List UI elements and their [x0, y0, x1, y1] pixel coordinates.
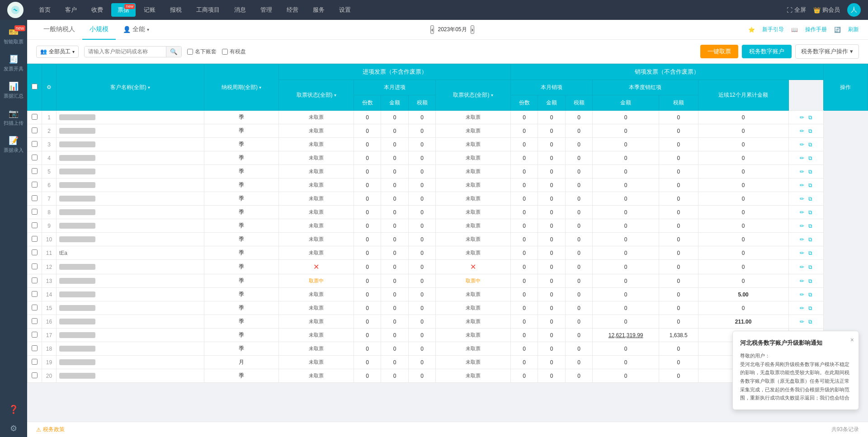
edit-icon[interactable]: ✏ — [800, 319, 804, 325]
copy-icon[interactable]: ⧉ — [808, 264, 812, 270]
popup-close-button[interactable]: × — [850, 335, 854, 345]
sidebar-item-smart-ticket[interactable]: 🎫 new 智能取票 — [0, 23, 27, 49]
next-month-button[interactable]: › — [471, 25, 474, 34]
sidebar-item-help[interactable]: ❓ — [0, 401, 27, 418]
row-checkbox[interactable] — [32, 305, 38, 310]
vip-button[interactable]: 👑 购会员 — [813, 6, 840, 14]
copy-icon[interactable]: ⧉ — [808, 114, 812, 121]
digital-account-ops-button[interactable]: 税务数字账户操作 ▾ — [795, 44, 859, 59]
row-checkbox[interactable] — [32, 155, 38, 160]
copy-icon[interactable]: ⧉ — [808, 182, 812, 188]
subaccount-checkbox[interactable] — [187, 49, 193, 55]
copy-icon[interactable]: ⧉ — [808, 223, 812, 229]
refresh-label[interactable]: 刷新 — [848, 26, 859, 33]
row-checkbox[interactable] — [32, 114, 38, 120]
taxdisk-checkbox[interactable] — [222, 49, 228, 55]
edit-icon[interactable]: ✏ — [800, 264, 804, 270]
edit-icon[interactable]: ✏ — [800, 182, 804, 188]
filter-subaccount[interactable]: 名下账套 — [187, 48, 217, 56]
in-status-filter-icon[interactable]: ▾ — [334, 93, 336, 98]
edit-icon[interactable]: ✏ — [800, 236, 804, 243]
period-filter-icon[interactable]: ▾ — [259, 85, 261, 90]
out-status-cell: 未取票 — [436, 138, 511, 151]
row-checkbox[interactable] — [32, 332, 38, 338]
row-checkbox[interactable] — [32, 141, 38, 147]
sidebar-item-summary[interactable]: 📊 票据汇总 — [0, 78, 27, 103]
search-input[interactable] — [85, 47, 166, 56]
filter-tax-disk[interactable]: 有税盘 — [222, 48, 246, 56]
copy-icon[interactable]: ⧉ — [808, 319, 812, 325]
edit-icon[interactable]: ✏ — [800, 128, 804, 134]
copy-icon[interactable]: ⧉ — [808, 250, 812, 256]
edit-icon[interactable]: ✏ — [800, 305, 804, 311]
nav-item-clients[interactable]: 客户 — [59, 3, 83, 17]
tab-all[interactable]: 👤 全能 ▾ — [116, 20, 156, 40]
copy-icon[interactable]: ⧉ — [808, 155, 812, 161]
out-status-filter-icon[interactable]: ▾ — [491, 93, 493, 98]
copy-icon[interactable]: ⧉ — [808, 305, 812, 311]
nav-item-business[interactable]: 工商项目 — [190, 3, 226, 17]
row-checkbox[interactable] — [32, 372, 38, 378]
edit-icon[interactable]: ✏ — [800, 155, 804, 161]
row-checkbox[interactable] — [32, 127, 38, 133]
row-checkbox[interactable] — [32, 195, 38, 201]
row-checkbox[interactable] — [32, 249, 38, 255]
sidebar-item-invoice-open[interactable]: 🧾 发票开具 — [0, 51, 27, 76]
nav-item-messages[interactable]: 消息 — [228, 3, 252, 17]
edit-icon[interactable]: ✏ — [800, 196, 804, 202]
row-checkbox[interactable] — [32, 209, 38, 215]
one-click-fetch-button[interactable]: 一键取票 — [700, 45, 738, 58]
row-checkbox[interactable] — [32, 318, 38, 324]
nav-item-tickets[interactable]: 票据 new — [111, 3, 136, 17]
copy-icon[interactable]: ⧉ — [808, 291, 812, 298]
copy-icon[interactable]: ⧉ — [808, 209, 812, 216]
sidebar-item-scan[interactable]: 📷 扫描上传 — [0, 105, 27, 130]
nav-item-tax[interactable]: 报税 — [164, 3, 188, 17]
row-checkbox[interactable] — [32, 291, 38, 297]
nav-item-accounting[interactable]: 记账 — [137, 3, 162, 17]
policy-link[interactable]: ⚠ 税务政策 — [36, 426, 65, 433]
nav-item-home[interactable]: 首页 — [33, 3, 57, 17]
row-checkbox[interactable] — [32, 236, 38, 242]
nav-item-service[interactable]: 服务 — [307, 3, 331, 17]
copy-icon[interactable]: ⧉ — [808, 169, 812, 175]
copy-icon[interactable]: ⧉ — [808, 196, 812, 202]
nav-item-billing[interactable]: 收费 — [85, 3, 109, 17]
sidebar-item-entry[interactable]: 📝 票据录入 — [0, 132, 27, 157]
edit-icon[interactable]: ✏ — [800, 169, 804, 175]
digital-account-button[interactable]: 税务数字账户 — [742, 45, 792, 58]
user-avatar[interactable]: 人 — [847, 3, 861, 17]
manual-label[interactable]: 操作手册 — [805, 26, 827, 33]
nav-item-manage[interactable]: 管理 — [254, 3, 278, 17]
row-checkbox[interactable] — [32, 222, 38, 228]
copy-icon[interactable]: ⧉ — [808, 236, 812, 243]
edit-icon[interactable]: ✏ — [800, 278, 804, 284]
row-checkbox[interactable] — [32, 359, 38, 365]
new-guide-label[interactable]: 新手引导 — [762, 26, 784, 33]
client-filter-icon[interactable]: ▾ — [148, 85, 150, 90]
fullscreen-button[interactable]: ⛶ 全屏 — [787, 6, 806, 14]
row-checkbox[interactable] — [32, 263, 38, 269]
prev-month-button[interactable]: ‹ — [430, 25, 434, 34]
row-checkbox[interactable] — [32, 182, 38, 188]
edit-icon[interactable]: ✏ — [800, 114, 804, 121]
nav-item-settings[interactable]: 设置 — [333, 3, 357, 17]
row-checkbox[interactable] — [32, 345, 38, 351]
edit-icon[interactable]: ✏ — [800, 209, 804, 216]
row-checkbox[interactable] — [32, 168, 38, 174]
edit-icon[interactable]: ✏ — [800, 250, 804, 256]
copy-icon[interactable]: ⧉ — [808, 128, 812, 134]
sidebar-item-settings-bottom[interactable]: ⚙ — [0, 420, 27, 437]
edit-icon[interactable]: ✏ — [800, 141, 804, 148]
select-all-checkbox[interactable] — [32, 84, 38, 89]
copy-icon[interactable]: ⧉ — [808, 141, 812, 148]
copy-icon[interactable]: ⧉ — [808, 278, 812, 284]
employee-select-dropdown[interactable]: 👥 全部员工 ▾ — [36, 46, 79, 58]
search-button[interactable]: 🔍 — [166, 47, 181, 57]
tab-general-taxpayer[interactable]: 一般纳税人 — [36, 20, 82, 40]
edit-icon[interactable]: ✏ — [800, 291, 804, 298]
row-checkbox[interactable] — [32, 277, 38, 283]
edit-icon[interactable]: ✏ — [800, 223, 804, 229]
nav-item-operations[interactable]: 经营 — [280, 3, 305, 17]
tab-small-scale[interactable]: 小规模 — [82, 20, 116, 40]
